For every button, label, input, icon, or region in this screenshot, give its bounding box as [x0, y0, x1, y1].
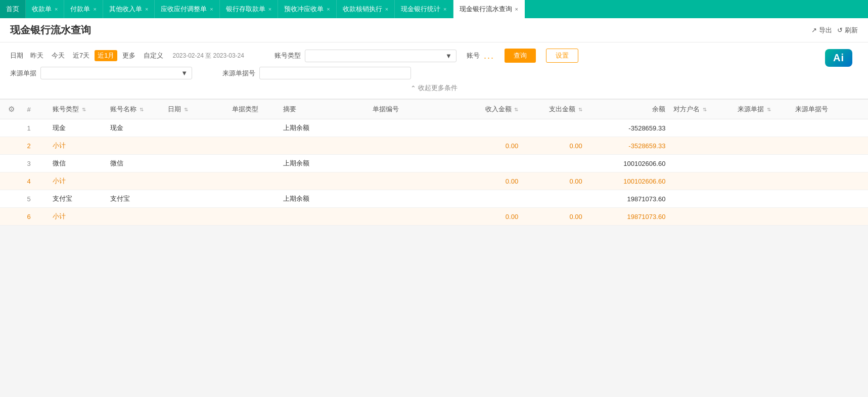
nav-tab-4[interactable]: 银行存取款单 × [220, 0, 278, 18]
src-doc-select[interactable]: ▼ [40, 67, 192, 79]
nav-tab-5-close[interactable]: × [327, 6, 330, 12]
acct-dots-button[interactable]: ... [484, 51, 494, 61]
sort-acct-name-icon[interactable]: ⇅ [140, 107, 144, 112]
date-opt-7days[interactable]: 近7天 [70, 50, 93, 61]
refresh-icon: ↺ [837, 26, 843, 34]
cell-doc-type [228, 119, 279, 137]
date-opt-today[interactable]: 今天 [49, 50, 68, 61]
col-summary-label: 摘要 [283, 105, 296, 113]
cell-balance: 19871073.60 [586, 190, 670, 208]
acct-filter: 账号 ... [467, 51, 494, 61]
nav-tab-1-close[interactable]: × [93, 6, 96, 12]
cell-gear [0, 172, 23, 190]
nav-tab-0[interactable]: 收款单 × [26, 0, 64, 18]
col-num-header: # [23, 100, 49, 119]
settings-icon[interactable]: ⚙ [8, 105, 15, 113]
filter-row-1: 日期 昨天 今天 近7天 近1月 更多 自定义 2023-02-24 至 202… [10, 49, 858, 63]
nav-tab-0-close[interactable]: × [55, 6, 58, 12]
nav-tab-8-close[interactable]: × [515, 6, 518, 12]
cell-acct-name [106, 208, 164, 226]
col-date-header: 日期 ⇅ [164, 100, 228, 119]
ai-badge[interactable]: Ai [825, 49, 852, 67]
cell-doc-type [228, 137, 279, 155]
cell-counterparty [669, 172, 734, 190]
cell-summary: 上期余额 [279, 155, 369, 172]
src-doc-num-input[interactable] [259, 67, 411, 79]
col-acct-name-label: 账号名称 [110, 105, 136, 113]
sort-counterparty-icon[interactable]: ⇅ [703, 107, 707, 112]
nav-tab-6-close[interactable]: × [385, 6, 388, 12]
nav-tab-5-label: 预收冲应收单 [284, 5, 324, 14]
date-options: 昨天 今天 近7天 近1月 更多 自定义 [27, 50, 166, 61]
acct-type-select[interactable]: ▼ [305, 50, 456, 62]
date-opt-1month[interactable]: 近1月 [95, 50, 117, 61]
chevron-up-icon: ⌃ [410, 84, 416, 92]
nav-home[interactable]: 首页 [0, 0, 26, 18]
cell-expense: 0.00 [522, 208, 586, 226]
col-expense-label: 支出金额 [549, 105, 575, 113]
cell-doc-num [369, 208, 452, 226]
sort-expense-icon[interactable]: ⇅ [578, 107, 582, 112]
date-opt-yesterday[interactable]: 昨天 [27, 50, 47, 61]
cell-balance: 100102606.60 [586, 155, 670, 172]
col-expense-header: 支出金额 ⇅ [522, 100, 586, 119]
settings-button[interactable]: 设置 [546, 49, 578, 63]
cell-acct-name: 现金 [106, 119, 164, 137]
sort-acct-type-icon[interactable]: ⇅ [82, 107, 86, 112]
nav-tab-2-close[interactable]: × [145, 6, 148, 12]
sort-income-icon[interactable]: ⇅ [514, 107, 518, 112]
export-label: 导出 [819, 26, 832, 35]
cell-date [164, 155, 228, 172]
col-src-doc-num-header: 来源单据号 [791, 100, 868, 119]
col-gear: ⚙ [0, 100, 23, 119]
table-row: 4小计0.000.00100102606.60 [0, 172, 868, 190]
date-opt-more[interactable]: 更多 [119, 50, 139, 61]
cell-acct-name: 支付宝 [106, 190, 164, 208]
cell-doc-num [369, 190, 452, 208]
col-counterparty-header: 对方户名 ⇅ [669, 100, 734, 119]
date-opt-custom[interactable]: 自定义 [141, 50, 166, 61]
nav-tab-2[interactable]: 其他收入单 × [103, 0, 155, 18]
nav-tab-7-close[interactable]: × [443, 6, 446, 12]
top-nav: 首页 收款单 × 付款单 × 其他收入单 × 应收应付调整单 × 银行存取款单 … [0, 0, 868, 18]
nav-tab-3[interactable]: 应收应付调整单 × [155, 0, 219, 18]
src-doc-label: 来源单据 [10, 69, 36, 78]
nav-home-label: 首页 [6, 5, 19, 14]
page-header: 现金银行流水查询 ↗ 导出 ↺ 刷新 [0, 18, 868, 42]
cell-summary [279, 172, 369, 190]
export-button[interactable]: ↗ 导出 [811, 26, 832, 35]
collapse-bar[interactable]: ⌃ 收起更多条件 [10, 83, 858, 93]
cell-num: 3 [23, 155, 49, 172]
cell-src-doc-num [791, 137, 868, 155]
nav-tab-6-label: 收款核销执行 [343, 5, 382, 14]
cell-acct-type: 支付宝 [49, 190, 106, 208]
nav-tab-5[interactable]: 预收冲应收单 × [278, 0, 336, 18]
cell-income: 0.00 [452, 137, 522, 155]
nav-tab-8[interactable]: 现金银行流水查询 × [453, 0, 525, 18]
cell-acct-type: 小计 [49, 172, 106, 190]
query-button[interactable]: 查询 [505, 49, 536, 63]
nav-tab-0-label: 收款单 [32, 5, 52, 14]
cell-date [164, 119, 228, 137]
cell-acct-name [106, 172, 164, 190]
cell-src-doc-num [791, 208, 868, 226]
table-row: 3微信微信上期余额100102606.60 [0, 155, 868, 172]
nav-tab-7[interactable]: 现金银行统计 × [395, 0, 453, 18]
nav-tab-1[interactable]: 付款单 × [64, 0, 103, 18]
cell-acct-name [106, 137, 164, 155]
nav-tab-8-label: 现金银行流水查询 [460, 5, 512, 14]
nav-tab-4-close[interactable]: × [268, 6, 271, 12]
acct-type-filter: 账号类型 ▼ [275, 50, 456, 62]
cell-acct-name: 微信 [106, 155, 164, 172]
refresh-button[interactable]: ↺ 刷新 [837, 26, 858, 35]
nav-tab-3-close[interactable]: × [210, 6, 213, 12]
cell-src-doc [734, 172, 791, 190]
date-label: 日期 [10, 51, 23, 60]
cell-num: 5 [23, 190, 49, 208]
nav-tab-6[interactable]: 收款核销执行 × [337, 0, 395, 18]
cell-src-doc [734, 119, 791, 137]
cell-src-doc-num [791, 119, 868, 137]
sort-date-icon[interactable]: ⇅ [184, 107, 188, 112]
cell-num: 1 [23, 119, 49, 137]
sort-src-doc-icon[interactable]: ⇅ [767, 107, 771, 112]
